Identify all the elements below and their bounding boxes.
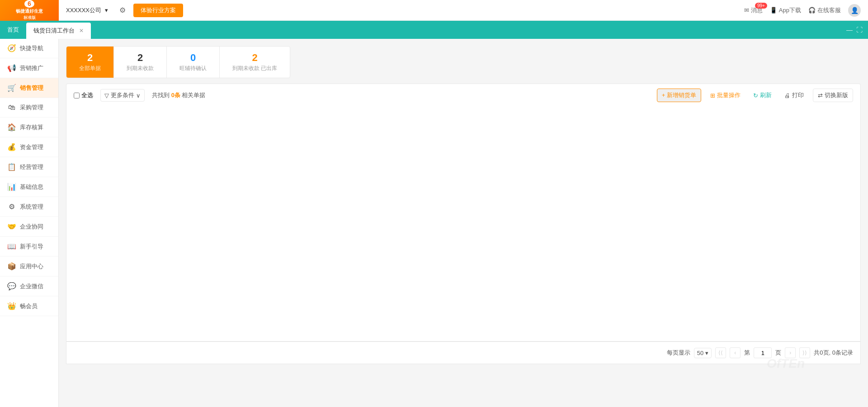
- switch-version-button[interactable]: ⇄ 切换新版: [813, 89, 853, 102]
- avatar-icon: 👤: [851, 7, 859, 14]
- avatar[interactable]: 👤: [848, 4, 861, 17]
- enterprise-icon: 🤝: [7, 222, 16, 231]
- tab-cashflow-label: 钱货日清工作台: [33, 27, 75, 35]
- tab-maximize-icon[interactable]: ⛶: [856, 26, 863, 33]
- tab-home-label: 首页: [7, 26, 19, 34]
- sidebar-item-inventory[interactable]: 🏠 库存核算: [0, 117, 58, 137]
- stats-overdue-label: 到期未收款: [127, 65, 154, 72]
- stats-overdue-num: 2: [127, 52, 154, 64]
- sidebar-item-operations[interactable]: 📋 经营管理: [0, 157, 58, 177]
- switch-label: 切换新版: [825, 91, 848, 99]
- finance-icon: 💰: [7, 143, 16, 151]
- sidebar-item-member[interactable]: 👑 畅会员: [0, 296, 58, 316]
- trial-button[interactable]: 体验行业方案: [133, 4, 183, 17]
- sidebar-item-purchase[interactable]: 🛍 采购管理: [0, 98, 58, 117]
- app-download-button[interactable]: 📱 App下载: [770, 6, 801, 14]
- online-service-label: 在线客服: [817, 6, 841, 14]
- tab-close-icon[interactable]: ✕: [79, 28, 84, 34]
- pagination-bar: 每页显示 50 ▾ ⟨⟨ ‹ 第 页 › ⟩⟩ 共0页, 0条记录: [66, 342, 861, 364]
- page-size-select[interactable]: 50 ▾: [694, 348, 712, 358]
- sidebar-label-app-center: 应用中心: [20, 262, 43, 271]
- stats-pending-num: 0: [179, 52, 207, 64]
- count-prefix: 共找到: [152, 92, 170, 98]
- sidebar-item-marketing[interactable]: 📢 营销推广: [0, 58, 58, 78]
- gear-icon: ⚙: [119, 6, 126, 14]
- toolbar-right: + 新增销货单 ⊞ 批量操作 ↻ 刷新 🖨 打印 ⇄ 切换新版: [657, 89, 853, 102]
- filter-button[interactable]: ▽ 更多条件 ∨: [100, 89, 145, 102]
- stats-tabs: 2 全部单据 2 到期未收款 0 旺辅待确认 2 到期未收款 已出库: [66, 46, 290, 78]
- tab-bar-actions: — ⛶: [846, 26, 868, 33]
- sidebar-label-wechat: 企业微信: [20, 282, 43, 290]
- refresh-icon: ↻: [753, 92, 758, 99]
- purchase-icon: 🛍: [7, 103, 16, 112]
- select-all-input[interactable]: [74, 93, 80, 98]
- stats-tab-overdue-out[interactable]: 2 到期未收款 已出库: [220, 47, 290, 78]
- system-icon: ⚙: [7, 202, 16, 211]
- sidebar-item-app-center[interactable]: 📦 应用中心: [0, 257, 58, 276]
- chevron-down-icon: ∨: [136, 92, 141, 99]
- operations-icon: 📋: [7, 163, 16, 171]
- sidebar-item-guide[interactable]: 📖 新手引导: [0, 237, 58, 257]
- member-icon: 👑: [7, 302, 16, 310]
- batch-operation-button[interactable]: ⊞ 批量操作: [707, 89, 744, 101]
- guide-icon: 📖: [7, 242, 16, 251]
- sidebar-item-sales[interactable]: 🛒 销售管理: [0, 78, 58, 98]
- chevron-down-icon: ▾: [105, 7, 108, 14]
- stats-tab-all[interactable]: 2 全部单据: [66, 47, 114, 78]
- select-all-checkbox[interactable]: 全选: [74, 91, 93, 99]
- download-icon: 📱: [770, 7, 777, 14]
- tab-home[interactable]: 首页: [0, 21, 26, 39]
- sidebar-item-basic-info[interactable]: 📊 基础信息: [0, 177, 58, 197]
- tab-minimize-icon[interactable]: —: [846, 26, 853, 33]
- batch-icon: ⊞: [710, 92, 715, 99]
- message-button[interactable]: ✉ 消息 99+: [744, 6, 763, 14]
- add-sales-order-button[interactable]: + 新增销货单: [657, 89, 701, 102]
- sidebar-item-system[interactable]: ⚙ 系统管理: [0, 197, 58, 217]
- total-text: 共0页, 0条记录: [814, 349, 853, 357]
- wechat-icon: 💬: [7, 282, 16, 290]
- stats-tab-overdue[interactable]: 2 到期未收款: [114, 47, 167, 78]
- page-number-input[interactable]: [754, 347, 772, 358]
- sidebar-label-member: 畅会员: [20, 302, 38, 310]
- sidebar-label-marketing: 营销推广: [20, 64, 43, 72]
- count-text: 共找到 0条 相关单据: [152, 91, 205, 99]
- table-area: [66, 107, 861, 342]
- sidebar-item-wechat[interactable]: 💬 企业微信: [0, 276, 58, 296]
- sales-icon: 🛒: [7, 84, 16, 92]
- app-download-label: App下载: [779, 6, 801, 14]
- company-selector[interactable]: XXXXXX公司 ▾: [59, 6, 115, 14]
- page-next-button[interactable]: ›: [785, 347, 796, 358]
- sidebar-label-sales: 销售管理: [20, 84, 43, 92]
- online-service-button[interactable]: 🎧 在线客服: [808, 6, 841, 14]
- marketing-icon: 📢: [7, 64, 16, 72]
- header-left: 6 畅捷通好生意 标准版 XXXXXX公司 ▾ ⚙ 体验行业方案: [0, 0, 183, 21]
- inventory-icon: 🏠: [7, 123, 16, 131]
- toolbar: 全选 ▽ 更多条件 ∨ 共找到 0条 相关单据 + 新增销货单 ⊞ 批量操作 ↻…: [66, 84, 861, 107]
- sidebar-label-system: 系统管理: [20, 203, 43, 211]
- app-subtitle: 标准版: [24, 15, 36, 21]
- sidebar-item-enterprise[interactable]: 🤝 企业协同: [0, 217, 58, 237]
- sidebar-item-quick-nav[interactable]: 🧭 快捷导航: [0, 38, 58, 58]
- refresh-button[interactable]: ↻ 刷新: [750, 89, 775, 101]
- message-icon: ✉: [744, 7, 749, 14]
- sidebar-item-finance[interactable]: 💰 资金管理: [0, 137, 58, 157]
- page-size-value: 50: [697, 350, 703, 356]
- company-name: XXXXXX公司: [66, 6, 101, 14]
- sidebar-label-basic-info: 基础信息: [20, 183, 43, 191]
- refresh-label: 刷新: [760, 91, 772, 99]
- stats-pending-label: 旺辅待确认: [179, 65, 207, 72]
- header-right: ✉ 消息 99+ 📱 App下载 🎧 在线客服 👤: [744, 4, 861, 17]
- page-prev-button[interactable]: ‹: [730, 347, 741, 358]
- stats-all-label: 全部单据: [79, 65, 101, 72]
- page-first-button[interactable]: ⟨⟨: [715, 347, 726, 358]
- batch-label: 批量操作: [717, 91, 741, 99]
- settings-button[interactable]: ⚙: [115, 3, 130, 18]
- print-icon: 🖨: [784, 92, 790, 99]
- top-header: 6 畅捷通好生意 标准版 XXXXXX公司 ▾ ⚙ 体验行业方案 ✉ 消息 99…: [0, 0, 868, 21]
- stats-tab-pending[interactable]: 0 旺辅待确认: [167, 47, 220, 78]
- print-button[interactable]: 🖨 打印: [781, 89, 807, 101]
- logo: 6 畅捷通好生意 标准版: [0, 0, 59, 21]
- tab-cashflow[interactable]: 钱货日清工作台 ✕: [26, 23, 91, 39]
- sidebar-label-inventory: 库存核算: [20, 123, 43, 131]
- page-last-button[interactable]: ⟩⟩: [799, 347, 810, 358]
